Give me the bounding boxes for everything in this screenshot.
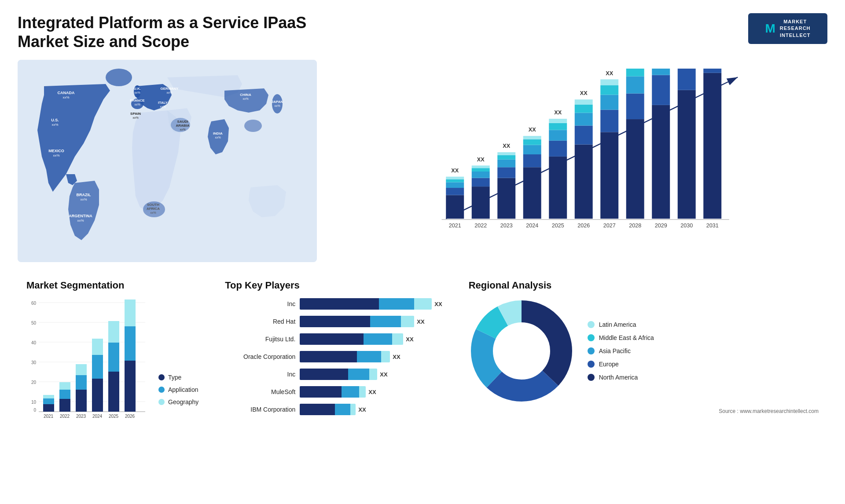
player-row: Red Hat XX bbox=[225, 316, 442, 327]
svg-text:2029: 2029 bbox=[655, 223, 667, 229]
svg-text:xx%: xx% bbox=[160, 105, 165, 108]
bar-seg bbox=[348, 369, 369, 380]
donut-svg bbox=[469, 298, 574, 404]
svg-rect-82 bbox=[600, 80, 618, 86]
logo-letter: M bbox=[765, 22, 775, 36]
player-xx: XX bbox=[417, 318, 424, 325]
player-bar bbox=[300, 333, 403, 345]
svg-text:ITALY: ITALY bbox=[158, 101, 168, 105]
mea-label: Middle East & Africa bbox=[599, 334, 654, 341]
bar-chart: XX XX XX XX bbox=[330, 60, 827, 262]
svg-text:MEXICO: MEXICO bbox=[48, 149, 64, 153]
svg-text:2028: 2028 bbox=[629, 223, 641, 229]
svg-text:XX: XX bbox=[451, 168, 459, 174]
svg-text:xx%: xx% bbox=[62, 95, 69, 99]
svg-text:2025: 2025 bbox=[552, 223, 564, 229]
player-bar-wrap: XX bbox=[300, 369, 442, 380]
svg-text:40: 40 bbox=[31, 340, 37, 345]
svg-rect-141 bbox=[76, 375, 87, 390]
bar-seg bbox=[350, 404, 356, 415]
bar-seg bbox=[300, 333, 364, 345]
player-name-4: Inc bbox=[225, 371, 295, 378]
svg-rect-61 bbox=[523, 154, 541, 167]
legend-geography: Geography bbox=[158, 398, 198, 405]
svg-text:XX: XX bbox=[580, 91, 588, 97]
player-bar bbox=[300, 298, 432, 310]
svg-rect-70 bbox=[549, 119, 567, 123]
player-xx: XX bbox=[358, 406, 366, 413]
svg-text:xx%: xx% bbox=[132, 116, 138, 119]
svg-rect-74 bbox=[575, 113, 593, 126]
bar-seg bbox=[379, 298, 414, 310]
svg-rect-62 bbox=[523, 145, 541, 154]
seg-svg-wrap: 60 50 40 30 20 10 0 bbox=[26, 298, 150, 423]
svg-rect-84 bbox=[626, 119, 644, 219]
svg-text:SAUDI: SAUDI bbox=[177, 120, 188, 124]
player-name-3: Oracle Corporation bbox=[225, 353, 295, 360]
bar-seg bbox=[300, 386, 342, 398]
svg-rect-45 bbox=[446, 179, 464, 183]
svg-rect-44 bbox=[446, 183, 464, 188]
svg-text:INDIA: INDIA bbox=[213, 131, 223, 135]
bar-seg bbox=[364, 333, 392, 345]
player-row: IBM Corporation XX bbox=[225, 404, 442, 415]
svg-text:2023: 2023 bbox=[76, 414, 86, 419]
svg-rect-79 bbox=[600, 110, 618, 132]
svg-text:xx%: xx% bbox=[53, 153, 59, 157]
key-players-title: Top Key Players bbox=[225, 280, 442, 291]
svg-rect-50 bbox=[472, 172, 490, 178]
regional-content: Latin America Middle East & Africa Asia … bbox=[469, 298, 819, 404]
svg-rect-56 bbox=[497, 160, 515, 168]
seg-bar-chart: 60 50 40 30 20 10 0 bbox=[26, 298, 150, 421]
geography-label: Geography bbox=[168, 398, 198, 405]
svg-text:xx%: xx% bbox=[180, 128, 185, 131]
legend-application: Application bbox=[158, 386, 198, 393]
logo-line2: RESEARCH bbox=[780, 25, 811, 32]
svg-rect-96 bbox=[678, 90, 696, 219]
bar-seg bbox=[335, 404, 350, 415]
bar-seg bbox=[300, 404, 335, 415]
svg-text:2021: 2021 bbox=[449, 223, 461, 229]
svg-rect-97 bbox=[678, 69, 696, 90]
bar-seg bbox=[300, 369, 348, 380]
svg-text:2026: 2026 bbox=[125, 414, 135, 419]
player-bar bbox=[300, 351, 390, 362]
player-xx: XX bbox=[380, 371, 387, 378]
svg-rect-136 bbox=[43, 395, 54, 398]
svg-text:GERMANY: GERMANY bbox=[161, 87, 179, 91]
svg-rect-150 bbox=[125, 326, 136, 361]
svg-text:2022: 2022 bbox=[60, 414, 70, 419]
svg-text:xx%: xx% bbox=[134, 91, 140, 94]
player-bar bbox=[300, 369, 377, 380]
svg-text:ARABIA: ARABIA bbox=[176, 124, 189, 128]
svg-rect-148 bbox=[108, 321, 119, 343]
svg-text:BRAZIL: BRAZIL bbox=[77, 193, 91, 197]
source-line: Source : www.marketresearchintellect.com bbox=[469, 408, 819, 414]
top-row: CANADA xx% U.S. xx% MEXICO xx% BRAZIL xx… bbox=[18, 60, 827, 262]
svg-text:U.S.: U.S. bbox=[51, 118, 59, 122]
map-svg: CANADA xx% U.S. xx% MEXICO xx% BRAZIL xx… bbox=[18, 60, 317, 262]
svg-text:xx%: xx% bbox=[215, 136, 220, 139]
svg-text:JAPAN: JAPAN bbox=[272, 100, 283, 104]
player-name-5: MuleSoft bbox=[225, 388, 295, 395]
svg-text:2022: 2022 bbox=[474, 223, 487, 229]
bar-seg bbox=[300, 316, 370, 327]
player-name-0: Inc bbox=[225, 300, 295, 307]
svg-rect-149 bbox=[125, 361, 136, 412]
svg-rect-92 bbox=[652, 69, 670, 75]
svg-point-1 bbox=[106, 69, 132, 86]
svg-rect-138 bbox=[59, 390, 70, 399]
svg-rect-85 bbox=[626, 94, 644, 119]
svg-text:2024: 2024 bbox=[526, 223, 538, 229]
svg-rect-81 bbox=[600, 85, 618, 95]
svg-rect-135 bbox=[43, 398, 54, 404]
svg-text:FRANCE: FRANCE bbox=[130, 99, 145, 102]
svg-rect-76 bbox=[575, 100, 593, 105]
regional-analysis: Regional Analysis bbox=[460, 275, 827, 427]
type-label: Type bbox=[168, 374, 181, 381]
svg-rect-49 bbox=[472, 178, 490, 187]
player-bar bbox=[300, 404, 356, 415]
svg-text:XX: XX bbox=[606, 70, 613, 77]
apac-label: Asia Pacific bbox=[599, 347, 631, 354]
bar-seg bbox=[357, 351, 381, 362]
